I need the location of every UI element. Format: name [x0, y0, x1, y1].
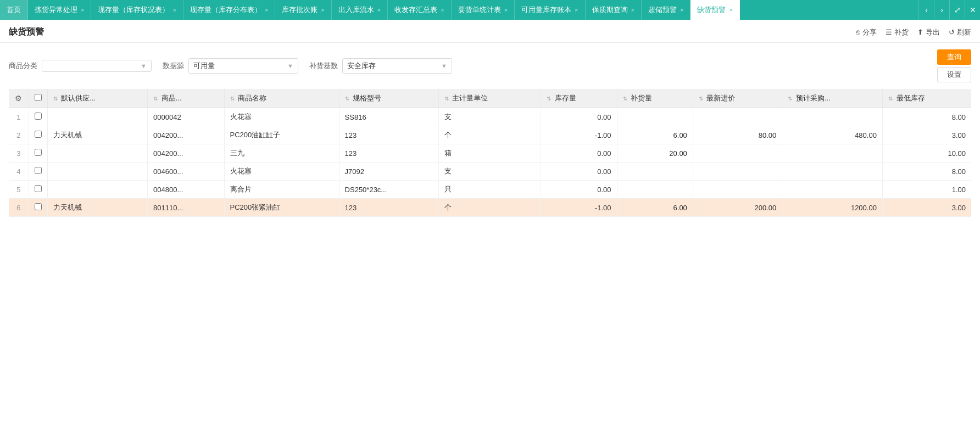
tab-close-shortage[interactable]: ×	[729, 7, 732, 13]
tab-close-available-stock[interactable]: ×	[575, 7, 578, 13]
window-restore-btn[interactable]: ⤢	[949, 0, 965, 20]
row-latest-price	[693, 163, 782, 181]
row-replenish	[617, 163, 693, 181]
row-checkbox[interactable]	[35, 167, 42, 174]
column-settings-icon[interactable]: ⚙	[15, 94, 22, 103]
th-replenish: ⇅ 补货量	[617, 89, 693, 108]
row-code: 004800...	[148, 181, 224, 199]
row-supplier	[47, 144, 148, 163]
query-button[interactable]: 查询	[937, 49, 971, 65]
th-settings: ⚙	[9, 89, 29, 108]
tab-close-order-stat[interactable]: ×	[504, 7, 508, 13]
tab-close-expiry[interactable]: ×	[631, 7, 634, 13]
tab-close-overstock[interactable]: ×	[680, 7, 683, 13]
tab-pick-exception[interactable]: 拣货异常处理 ×	[28, 0, 91, 20]
sort-spec-icon: ⇅	[345, 96, 349, 102]
tab-expiry[interactable]: 保质期查询 ×	[586, 0, 642, 20]
main-content: 缺货预警 ⎋ 分享 ☰ 补货 ⬆ 导出 ↺ 刷新 商品分类	[0, 20, 980, 437]
row-checkbox-cell	[29, 181, 47, 199]
tab-overstock[interactable]: 超储预警 ×	[642, 0, 691, 20]
tab-next-btn[interactable]: ›	[934, 0, 949, 20]
filter-actions: 查询 设置	[937, 49, 971, 82]
th-spec: ⇅ 规格型号	[339, 89, 438, 108]
row-min-stock: 3.00	[882, 126, 971, 144]
tab-close-receive-summary[interactable]: ×	[441, 7, 444, 13]
row-supplier	[47, 181, 148, 199]
row-unit: 个	[438, 126, 541, 144]
settings-button[interactable]: 设置	[937, 67, 971, 82]
table-row: 5 004800... 离合片 DS250*23c... 只 0.00 1.00	[9, 181, 971, 199]
row-unit: 箱	[438, 144, 541, 163]
tab-available-stock[interactable]: 可用量库存账本 ×	[515, 0, 585, 20]
row-checkbox-cell	[29, 199, 47, 217]
table-row: 4 004600... 火花塞 J7092 支 0.00 8.00	[9, 163, 971, 181]
sort-code-icon: ⇅	[153, 96, 158, 102]
select-all-checkbox[interactable]	[35, 94, 42, 101]
tab-inventory-dist[interactable]: 现存量（库存分布表） ×	[183, 0, 275, 20]
row-min-stock: 3.00	[882, 199, 971, 217]
sort-supplier-icon: ⇅	[53, 96, 58, 102]
row-unit: 支	[438, 163, 541, 181]
row-stock: 0.00	[541, 163, 617, 181]
row-checkbox[interactable]	[35, 185, 42, 192]
datasource-select-value: 可用量	[193, 61, 283, 71]
row-stock: 0.00	[541, 108, 617, 126]
row-forecast-purchase: 480.00	[782, 126, 883, 144]
share-button[interactable]: ⎋ 分享	[856, 27, 877, 37]
table-row: 2 力天机械 004200... PC200油缸缸子 123 个 -1.00 6…	[9, 126, 971, 144]
tab-close-pick-exception[interactable]: ×	[81, 7, 84, 13]
row-latest-price: 80.00	[693, 126, 782, 144]
row-code: 004600...	[148, 163, 224, 181]
tab-receive-summary[interactable]: 收发存汇总表 ×	[388, 0, 451, 20]
page-header: 缺货预警 ⎋ 分享 ☰ 补货 ⬆ 导出 ↺ 刷新	[0, 20, 980, 43]
sort-unit-icon: ⇅	[444, 96, 449, 102]
tab-inout-flow[interactable]: 出入库流水 ×	[332, 0, 388, 20]
tab-close-inventory-status[interactable]: ×	[172, 7, 176, 13]
row-supplier: 力天机械	[47, 199, 148, 217]
tab-close-batch-account[interactable]: ×	[321, 7, 324, 13]
tab-batch-account[interactable]: 库存批次账 ×	[275, 0, 331, 20]
export-button[interactable]: ⬆ 导出	[917, 27, 940, 37]
header-actions: ⎋ 分享 ☰ 补货 ⬆ 导出 ↺ 刷新	[856, 27, 971, 37]
row-code: 0000042	[148, 108, 224, 126]
tab-nav-controls: ‹ › ⤢ ✕	[918, 0, 980, 20]
refresh-button[interactable]: ↺ 刷新	[949, 27, 971, 37]
tab-prev-btn[interactable]: ‹	[918, 0, 934, 20]
row-checkbox[interactable]	[35, 113, 42, 120]
sort-price-icon: ⇅	[699, 96, 703, 102]
window-close-btn[interactable]: ✕	[965, 0, 980, 20]
row-code: 004200...	[148, 144, 224, 163]
tab-order-stat[interactable]: 要货单统计表 ×	[452, 0, 515, 20]
th-min-stock: ⇅ 最低库存	[882, 89, 971, 108]
tab-home[interactable]: 首页	[0, 0, 28, 20]
th-forecast-purchase: ⇅ 预计采购...	[782, 89, 883, 108]
category-select[interactable]: ▼	[42, 60, 152, 72]
tab-close-inout-flow[interactable]: ×	[377, 7, 381, 13]
row-forecast-purchase	[782, 181, 883, 199]
row-checkbox[interactable]	[35, 149, 42, 156]
row-replenish: 6.00	[617, 126, 693, 144]
row-min-stock: 8.00	[882, 163, 971, 181]
category-filter: 商品分类 ▼	[9, 60, 152, 72]
row-unit: 只	[438, 181, 541, 199]
row-checkbox[interactable]	[35, 131, 42, 138]
tab-close-inventory-dist[interactable]: ×	[265, 7, 268, 13]
replenish-base-label: 补货基数	[309, 61, 338, 71]
replenish-base-value: 安全库存	[347, 61, 437, 71]
tab-inventory-status[interactable]: 现存量（库存状况表） ×	[91, 0, 183, 20]
row-checkbox[interactable]	[35, 203, 42, 210]
row-num: 4	[9, 163, 29, 181]
replenish-base-select[interactable]: 安全库存 ▼	[342, 58, 452, 74]
row-latest-price	[693, 108, 782, 126]
row-latest-price	[693, 181, 782, 199]
tab-bar: 首页 拣货异常处理 × 现存量（库存状况表） × 现存量（库存分布表） × 库存…	[0, 0, 980, 20]
row-name: 火花塞	[224, 108, 339, 126]
category-label: 商品分类	[9, 61, 37, 71]
tab-shortage[interactable]: 缺货预警 ×	[691, 0, 739, 20]
row-name: 三九	[224, 144, 339, 163]
datasource-select[interactable]: 可用量 ▼	[188, 58, 298, 74]
row-name: 离合片	[224, 181, 339, 199]
row-num: 5	[9, 181, 29, 199]
export-icon: ⬆	[917, 28, 923, 36]
replenish-button[interactable]: ☰ 补货	[886, 27, 909, 37]
